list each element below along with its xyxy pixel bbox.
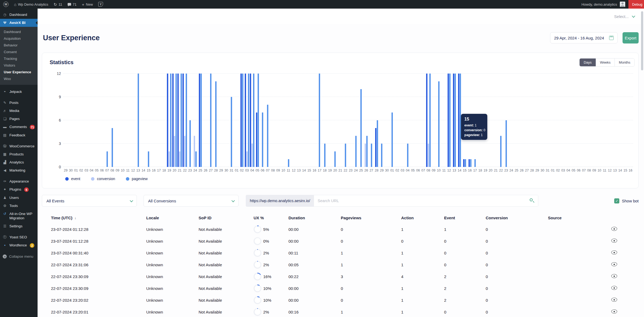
chart-bar-pageview[interactable]: [267, 105, 268, 167]
chart-bar-pageview[interactable]: [215, 81, 217, 167]
sidebar-item-marketing[interactable]: ◀Marketing: [0, 166, 38, 174]
column-header-time-utc-[interactable]: Time (UTC)↓: [42, 216, 146, 220]
chart-bar-pageview[interactable]: [288, 159, 289, 167]
chart-bar-conversion[interactable]: [246, 151, 248, 167]
column-header-duration[interactable]: Duration: [288, 216, 341, 220]
chart-bar-conversion[interactable]: [184, 136, 185, 167]
chart-bar-pageview[interactable]: [200, 74, 202, 167]
range-tab-weeks[interactable]: Weeks: [596, 59, 615, 66]
chart-bar-event[interactable]: [426, 74, 427, 167]
chart-bar-pageview[interactable]: [449, 74, 451, 167]
sidebar-item-jetpack[interactable]: ◓Jetpack: [0, 88, 38, 96]
view-details-eye-icon[interactable]: [611, 298, 617, 302]
chart-bar-conversion[interactable]: [169, 151, 170, 167]
sidebar-item-all-in-one-wp-migration[interactable]: ↺All-in-One WP Migration: [0, 210, 38, 222]
chart-bar-pageview[interactable]: [438, 81, 440, 167]
chart-bar-event[interactable]: [453, 74, 454, 167]
submenu-item-dashboard[interactable]: Dashboard: [0, 28, 38, 35]
chart-bar-pageview[interactable]: [319, 74, 320, 167]
view-details-eye-icon[interactable]: [611, 227, 617, 231]
chart-bar-event[interactable]: [463, 159, 464, 167]
chart-bar-pageview[interactable]: [465, 159, 466, 167]
chart-bar-event[interactable]: [256, 112, 257, 167]
export-button[interactable]: Export: [623, 32, 639, 43]
chart-bar-event[interactable]: [375, 128, 376, 167]
submenu-item-tracking[interactable]: Tracking: [0, 55, 38, 62]
chart-bar-pageview[interactable]: [345, 144, 346, 167]
chart-bar-pageview[interactable]: [470, 159, 471, 167]
submenu-item-behavior[interactable]: Behavior: [0, 42, 38, 49]
chart-bar-pageview[interactable]: [107, 151, 108, 167]
chart-bar-pageview[interactable]: [195, 151, 197, 167]
date-range-picker[interactable]: 29 Apr, 2024 - 16 Aug, 2024: [550, 32, 618, 43]
range-tab-months[interactable]: Months: [614, 59, 634, 66]
events-select[interactable]: All Events: [42, 195, 137, 207]
debug-button[interactable]: Debug: [628, 0, 644, 9]
chart-bar-pageview[interactable]: [112, 128, 113, 167]
sidebar-item-products[interactable]: ▦Products: [0, 150, 38, 158]
column-header-source[interactable]: Source: [548, 216, 639, 220]
chart-bar-conversion[interactable]: [194, 136, 195, 167]
sidebar-item-media[interactable]: ♬Media: [0, 107, 38, 115]
range-tab-days[interactable]: Days: [580, 59, 596, 66]
column-header-pageviews[interactable]: Pageviews: [341, 216, 401, 220]
user-avatar[interactable]: [620, 2, 625, 7]
chart-bar-pageview[interactable]: [231, 97, 232, 167]
sidebar-item-wordfence[interactable]: ▪Wordfence2: [0, 241, 38, 250]
submenu-item-woo[interactable]: Woo: [0, 75, 38, 82]
view-details-eye-icon[interactable]: [611, 286, 617, 290]
chart-bar-pageview[interactable]: [355, 136, 357, 167]
chart-bar-event[interactable]: [240, 74, 242, 167]
chart-bar-event[interactable]: [250, 74, 251, 167]
chart-bar-event[interactable]: [469, 159, 470, 167]
chart-bar-pageview[interactable]: [253, 74, 254, 167]
chart-bar-pageview[interactable]: [186, 74, 187, 167]
column-header-sop-id[interactable]: SoP ID: [199, 216, 254, 220]
chart-bar-pageview[interactable]: [377, 120, 378, 167]
sidebar-item-tools[interactable]: ⚙Tools: [0, 202, 38, 210]
chart-bar-conversion[interactable]: [365, 144, 366, 167]
sidebar-item-settings[interactable]: ☰Settings: [0, 222, 38, 230]
chart-bar-event[interactable]: [245, 74, 246, 167]
sidebar-item-dashboard[interactable]: ◷Dashboard: [0, 11, 38, 19]
submenu-item-user-experience[interactable]: User Experience: [0, 69, 38, 75]
chart-bar-event[interactable]: [458, 74, 459, 167]
chart-bar-pageview[interactable]: [138, 74, 139, 167]
chart-bar-pageview[interactable]: [381, 144, 382, 167]
chart-bar-conversion[interactable]: [428, 144, 429, 167]
sidebar-item-aesirx-bi[interactable]: ΨAesirX BI: [0, 19, 38, 27]
chart-bar-event[interactable]: [177, 74, 179, 167]
new-content-menu[interactable]: + New: [82, 2, 93, 6]
chart-bar-pageview[interactable]: [455, 74, 456, 167]
sidebar-item-feedback[interactable]: ▤Feedback: [0, 131, 38, 139]
view-details-eye-icon[interactable]: [611, 262, 617, 266]
site-name-menu[interactable]: ⌂ Wp Demo Analytics: [14, 2, 48, 6]
chart-bar-pageview[interactable]: [506, 120, 507, 167]
chart-bar-pageview[interactable]: [324, 144, 325, 167]
updates-menu[interactable]: ↻ 11: [54, 2, 62, 6]
show-bot-toggle[interactable]: ✓ Show bot: [614, 198, 639, 203]
chart-bar-pageview[interactable]: [148, 151, 149, 167]
chart-bar-pageview[interactable]: [366, 136, 368, 167]
view-details-eye-icon[interactable]: [611, 309, 617, 314]
sidebar-item-analytics[interactable]: ▟Analytics: [0, 158, 38, 166]
chart-bar-conversion[interactable]: [179, 151, 180, 167]
chart-bar-pageview[interactable]: [258, 74, 259, 167]
chart-bar-event[interactable]: [448, 74, 449, 167]
sidebar-item-pages[interactable]: ❏Pages: [0, 115, 38, 123]
chart-bar-pageview[interactable]: [175, 74, 177, 167]
sidebar-item-appearance[interactable]: ✑Appearance: [0, 177, 38, 185]
view-details-eye-icon[interactable]: [611, 250, 617, 254]
column-header-ux-[interactable]: UX %: [254, 216, 288, 220]
yoast-icon[interactable]: Y: [98, 2, 103, 7]
search-button[interactable]: [526, 195, 538, 206]
chart-bar-pageview[interactable]: [262, 112, 263, 167]
conversions-select[interactable]: All Conversions: [144, 195, 239, 207]
chart-bar-conversion[interactable]: [251, 144, 253, 167]
column-header-conversion[interactable]: Conversion: [486, 216, 548, 220]
chart-bar-event[interactable]: [172, 74, 174, 167]
chart-bar-pageview[interactable]: [189, 120, 191, 167]
chart-bar-pageview[interactable]: [360, 89, 362, 167]
sidebar-item-yoast-seo[interactable]: ⓎYoast SEO: [0, 233, 38, 241]
submenu-item-acquisition[interactable]: Acquisition: [0, 35, 38, 42]
